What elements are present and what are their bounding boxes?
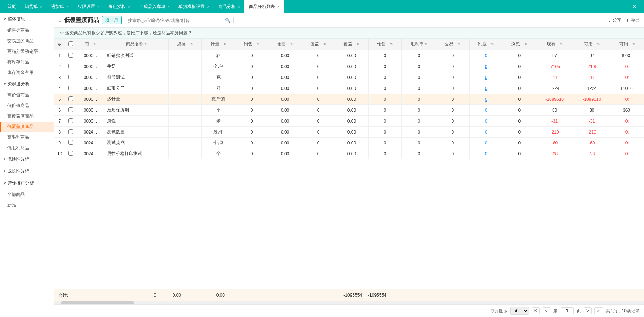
row-checkbox-cell[interactable] [66, 94, 76, 105]
row-checkbox-cell[interactable] [66, 50, 76, 61]
col-coverage1[interactable]: 覆盖...⇅ [302, 39, 335, 50]
first-page-button[interactable]: K [532, 307, 540, 314]
sidebar-section-marketing[interactable]: ∨ 营销推广分析 [0, 177, 54, 189]
sidebar-item-low-profit[interactable]: 低毛利商品 [0, 143, 54, 153]
share-button[interactable]: ⤴ 分享 [609, 17, 621, 23]
sidebar-item-stock-value[interactable]: 库存资金占用 [0, 67, 54, 78]
sidebar-item-category-rate[interactable]: 商品分类动销率 [0, 46, 54, 57]
row-browse1[interactable]: 0 [470, 83, 503, 94]
export-button[interactable]: ⬇ 导出 [626, 17, 640, 23]
nav-item-template[interactable]: 单据模板设置 × [174, 0, 213, 13]
col-name[interactable]: 商品名称⇅ [105, 39, 169, 50]
col-coverage2[interactable]: 覆盖...⇅ [335, 39, 368, 50]
sidebar-section-cluster[interactable]: ∨ 类群度分析 [0, 78, 54, 90]
row-checkbox-cell[interactable] [66, 148, 76, 159]
col-sales-amt[interactable]: 销售...⇅ [268, 39, 302, 50]
row-checkbox-cell[interactable] [66, 61, 76, 72]
nav-close-all-button[interactable]: × [628, 0, 641, 13]
close-role-icon[interactable]: × [128, 4, 130, 9]
sidebar-item-low-value[interactable]: 低价值商品 [0, 100, 54, 111]
sidebar-item-high-value[interactable]: 高价值商品 [0, 90, 54, 100]
nav-item-purchase[interactable]: 进货单 × [47, 0, 73, 13]
row-checkbox[interactable] [68, 64, 73, 68]
row-checkbox-cell[interactable] [66, 116, 76, 127]
close-product-icon[interactable]: × [168, 4, 170, 9]
col-unit[interactable]: 计量...⇅ [202, 39, 235, 50]
col-spec[interactable]: 规格...⇅ [169, 39, 202, 50]
nav-item-sales[interactable]: 销货单 × [20, 0, 47, 13]
col-settings[interactable]: ⚙ [54, 39, 66, 50]
row-checkbox-cell[interactable] [66, 105, 76, 116]
row-name: 属性 [105, 116, 169, 127]
row-checkbox-cell[interactable] [66, 83, 76, 94]
sidebar-item-new-goods[interactable]: 新品 [0, 200, 54, 210]
row-checkbox-cell[interactable] [66, 127, 76, 138]
nav-item-home[interactable]: 首页 [3, 0, 20, 13]
col-code[interactable]: 商...⇅ [76, 39, 105, 50]
row-browse1[interactable]: 0 [470, 105, 503, 116]
row-browse1[interactable]: 0 [470, 148, 503, 159]
nav-item-product[interactable]: 产成品入库单 × [135, 0, 174, 13]
sidebar-item-in-stock[interactable]: 有库存商品 [0, 57, 54, 67]
col-gross-rate[interactable]: 毛利率⇅ [402, 39, 436, 50]
row-browse1[interactable]: 0 [470, 50, 503, 61]
close-analysis-list-icon[interactable]: × [277, 4, 279, 9]
row-checkbox[interactable] [68, 140, 73, 145]
row-checkbox[interactable] [68, 129, 73, 134]
row-browse1[interactable]: 0 [470, 127, 503, 138]
next-page-button[interactable]: > [584, 307, 592, 314]
nav-item-analysis[interactable]: 商品分析 × [214, 0, 244, 13]
row-checkbox[interactable] [68, 75, 73, 79]
sidebar-collapse-button[interactable]: « [58, 17, 61, 23]
col-checkbox[interactable] [66, 39, 76, 50]
sidebar-item-high-profit[interactable]: 高毛利商品 [0, 132, 54, 143]
search-input[interactable] [128, 18, 224, 23]
col-browse1[interactable]: 浏览...⇅ [470, 39, 503, 50]
sidebar-item-traded-goods[interactable]: 交易过的商品 [0, 36, 54, 46]
row-browse1[interactable]: 0 [470, 72, 503, 83]
horizontal-scrollbar[interactable] [54, 301, 644, 304]
row-checkbox-cell[interactable] [66, 72, 76, 83]
close-sales-icon[interactable]: × [40, 4, 42, 9]
nav-item-analysis-list[interactable]: 商品分析列表 × [244, 0, 284, 13]
row-checkbox-cell[interactable] [66, 138, 76, 148]
row-browse1[interactable]: 0 [470, 94, 503, 105]
row-checkbox[interactable] [68, 151, 73, 156]
nav-item-role[interactable]: 角色授权 × [104, 0, 134, 13]
row-checkbox[interactable] [68, 118, 73, 123]
row-checkbox[interactable] [68, 53, 73, 58]
row-checkbox[interactable] [68, 107, 73, 112]
select-all-checkbox[interactable] [68, 41, 73, 46]
sidebar-item-sales-goods[interactable]: 销售类商品 [0, 25, 54, 36]
sidebar-item-high-coverage[interactable]: 高覆盖度商品 [0, 111, 54, 122]
page-size-select[interactable]: 50 100 200 [510, 307, 529, 315]
col-available[interactable]: 可用...⇅ [573, 39, 610, 50]
sidebar-section-flow[interactable]: > 流通性分析 [0, 153, 54, 165]
row-checkbox[interactable] [68, 96, 73, 101]
close-template-icon[interactable]: × [207, 4, 209, 9]
close-permission-icon[interactable]: × [97, 4, 99, 9]
col-saleable[interactable]: 可销...⇅ [610, 39, 644, 50]
sidebar-section-overview[interactable]: ∨ 整体信息 [0, 13, 54, 25]
sidebar-section-growth[interactable]: > 成长性分析 [0, 165, 54, 177]
col-sales-num[interactable]: 销售...⇅ [368, 39, 401, 50]
row-checkbox[interactable] [68, 86, 73, 90]
row-browse1[interactable]: 0 [470, 116, 503, 127]
col-trade[interactable]: 交易...⇅ [436, 39, 469, 50]
nav-item-permission[interactable]: 权限设置 × [73, 0, 104, 13]
close-purchase-icon[interactable]: × [66, 4, 68, 9]
sidebar-item-low-coverage[interactable]: 低覆盖度商品 [0, 122, 54, 132]
page-number-input[interactable] [561, 307, 574, 314]
last-page-button[interactable]: >| [594, 307, 603, 314]
row-browse1[interactable]: 0 [470, 138, 503, 148]
close-analysis-icon[interactable]: × [238, 4, 240, 9]
prev-page-button[interactable]: < [543, 307, 550, 314]
col-sales-qty[interactable]: 销售...⇅ [235, 39, 268, 50]
col-browse2[interactable]: 浏览...⇅ [503, 39, 536, 50]
row-browse1[interactable]: 0 [470, 61, 503, 72]
sidebar-item-all-goods[interactable]: 全部商品 [0, 189, 54, 200]
scrollbar-thumb[interactable] [61, 301, 134, 304]
row-no: 8 [54, 127, 66, 138]
filter-month-button[interactable]: 近一月 [102, 16, 122, 24]
col-current[interactable]: 现有...⇅ [536, 39, 573, 50]
